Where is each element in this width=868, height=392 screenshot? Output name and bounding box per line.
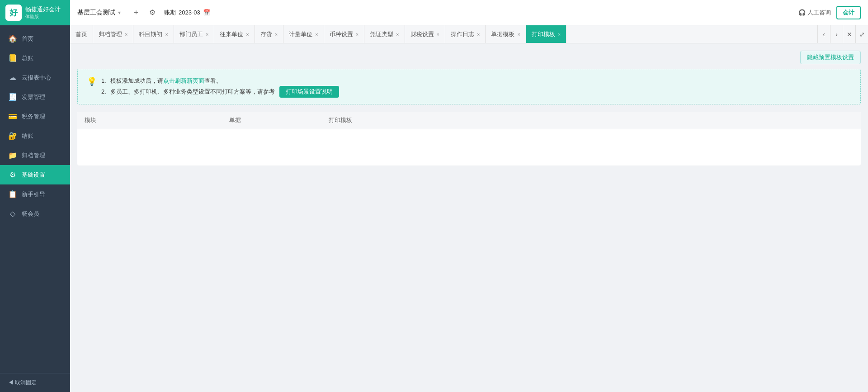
tab-subject[interactable]: 科目期初× (133, 25, 174, 43)
tab-taxsetting[interactable]: 财税设置× (405, 25, 445, 43)
tab-next-button[interactable]: › (830, 25, 843, 43)
settlement-icon: 🔐 (8, 132, 17, 140)
tab-partner[interactable]: 往来单位× (214, 25, 255, 43)
sidebar-nav: 🏠首页📒总账☁云报表中心🧾发票管理💳税务管理🔐结账📁归档管理⚙基础设置📋新手引导… (0, 25, 70, 373)
tab-prev-button[interactable]: ‹ (817, 25, 830, 43)
tab-archive[interactable]: 归档管理× (93, 25, 133, 43)
tab-close-icon[interactable]: × (206, 32, 208, 37)
tab-expand-button[interactable]: ⤢ (855, 25, 868, 43)
tab-dept[interactable]: 部门员工× (174, 25, 214, 43)
tab-close-icon[interactable]: × (517, 32, 520, 37)
tab-oplog[interactable]: 操作日志× (445, 25, 486, 43)
settings-icon[interactable]: ⚙ (146, 6, 159, 19)
tab-label: 部门员工 (179, 30, 203, 38)
tab-label: 科目期初 (139, 30, 162, 38)
tab-label: 首页 (75, 30, 87, 38)
info-line1-prefix: 1、模板添加成功后，请 (101, 77, 163, 84)
company-name: 基层工会测试 (77, 9, 115, 17)
unpin-button[interactable]: ◀ 取消固定 (0, 373, 70, 392)
logo-sub: 体验版 (25, 14, 61, 19)
tab-close-icon[interactable]: × (275, 32, 278, 37)
refresh-link[interactable]: 点击刷新新页面 (163, 77, 204, 84)
tab-vouchertype[interactable]: 凭证类型× (364, 25, 405, 43)
sidebar-item-home[interactable]: 🏠首页 (0, 29, 70, 48)
logo-name: 畅捷通好会计 (25, 6, 61, 14)
tab-singledoc[interactable]: 单据模板× (486, 25, 526, 43)
sidebar-item-archive[interactable]: 📁归档管理 (0, 146, 70, 165)
tab-label: 往来单位 (220, 30, 243, 38)
tab-stock[interactable]: 存货× (255, 25, 283, 43)
sidebar-item-ledger[interactable]: 📒总账 (0, 48, 70, 68)
tab-close-icon[interactable]: × (246, 32, 249, 37)
add-tab-button[interactable]: ＋ (130, 6, 142, 19)
service-button[interactable]: 🎧 人工咨询 (798, 9, 831, 17)
tab-label: 单据模板 (491, 30, 514, 38)
tab-unit[interactable]: 计量单位× (283, 25, 324, 43)
tab-close-icon[interactable]: × (125, 32, 127, 37)
explain-button[interactable]: 打印场景设置说明 (279, 86, 339, 98)
sidebar: 好 畅捷通好会计 体验版 🏠首页📒总账☁云报表中心🧾发票管理💳税务管理🔐结账📁归… (0, 0, 70, 392)
print-template-table: 模块 单据 打印模板 (77, 112, 861, 165)
info-line2: 2、多员工、多打印机、多种业务类型设置不同打印方案等，请参考 (101, 88, 275, 95)
info-text: 1、模板添加成功后，请点击刷新新页面查看。 2、多员工、多打印机、多种业务类型设… (101, 76, 339, 98)
sidebar-logo: 好 畅捷通好会计 体验版 (0, 0, 70, 25)
kuaiji-button[interactable]: 会计 (836, 6, 861, 19)
sidebar-item-label: 新手引导 (22, 190, 45, 198)
tab-close-icon[interactable]: × (437, 32, 439, 37)
sidebar-item-guide[interactable]: 📋新手引导 (0, 184, 70, 204)
hide-preview-button[interactable]: 隐藏预置模板设置 (800, 51, 861, 64)
sidebar-item-label: 总账 (22, 54, 33, 62)
tab-label: 打印模板 (532, 30, 555, 38)
sidebar-item-label: 税务管理 (22, 113, 45, 121)
col-module-header: 模块 (77, 116, 222, 124)
sidebar-item-label: 首页 (22, 35, 33, 43)
headset-icon: 🎧 (798, 9, 806, 16)
member-icon: ◇ (8, 209, 17, 218)
sidebar-item-label: 基础设置 (22, 171, 45, 179)
sidebar-item-tax[interactable]: 💳税务管理 (0, 107, 70, 126)
sidebar-item-label: 云报表中心 (22, 74, 51, 82)
tab-bar: 首页归档管理×科目期初×部门员工×往来单位×存货×计量单位×币种设置×凭证类型×… (70, 25, 868, 43)
info-line1-suffix: 查看。 (204, 77, 222, 84)
top-header: 基层工会测试 ▾ ＋ ⚙ 账期 2023-03 📅 🎧 人工咨询 会计 (70, 0, 868, 25)
ledger-icon: 📒 (8, 54, 17, 62)
tab-close-icon[interactable]: × (165, 32, 168, 37)
sidebar-item-settings[interactable]: ⚙基础设置 (0, 165, 70, 184)
tab-close-icon[interactable]: × (558, 32, 561, 37)
sidebar-item-invoice[interactable]: 🧾发票管理 (0, 87, 70, 107)
tab-home[interactable]: 首页 (70, 25, 93, 43)
sidebar-item-label: 归档管理 (22, 151, 45, 160)
logo-text: 畅捷通好会计 体验版 (25, 6, 61, 19)
tab-currency[interactable]: 币种设置× (324, 25, 364, 43)
sidebar-item-reports[interactable]: ☁云报表中心 (0, 68, 70, 87)
table-header: 模块 单据 打印模板 (77, 112, 861, 129)
col-template-header: 打印模板 (321, 116, 861, 124)
table-body (77, 129, 861, 165)
tab-close-icon[interactable]: × (396, 32, 399, 37)
bulb-icon: 💡 (87, 76, 97, 86)
hide-preview-area: 隐藏预置模板设置 (77, 51, 861, 64)
tax-icon: 💳 (8, 112, 17, 121)
sidebar-item-settlement[interactable]: 🔐结账 (0, 126, 70, 146)
tab-label: 操作日志 (451, 30, 474, 38)
company-selector[interactable]: 基层工会测试 ▾ (77, 9, 121, 17)
tab-label: 计量单位 (289, 30, 312, 38)
tab-printtemplate[interactable]: 打印模板× (526, 25, 566, 43)
tab-close-icon[interactable]: × (315, 32, 318, 37)
sidebar-item-member[interactable]: ◇畅会员 (0, 204, 70, 223)
period-label: 账期 2023-03 📅 (164, 9, 210, 17)
tab-close-all-button[interactable]: ✕ (843, 25, 855, 43)
tab-close-icon[interactable]: × (477, 32, 480, 37)
tab-label: 币种设置 (330, 30, 353, 38)
tab-label: 归档管理 (99, 30, 122, 38)
sidebar-item-label: 畅会员 (22, 210, 39, 218)
period-value: 2023-03 (179, 9, 200, 16)
info-box: 💡 1、模板添加成功后，请点击刷新新页面查看。 2、多员工、多打印机、多种业务类… (77, 69, 861, 104)
tab-close-icon[interactable]: × (356, 32, 359, 37)
main-area: 基层工会测试 ▾ ＋ ⚙ 账期 2023-03 📅 🎧 人工咨询 会计 首页归档… (70, 0, 868, 392)
sidebar-item-label: 结账 (22, 132, 33, 140)
company-dropdown-icon: ▾ (118, 9, 121, 16)
tab-label: 财税设置 (410, 30, 434, 38)
invoice-icon: 🧾 (8, 93, 17, 101)
calendar-icon[interactable]: 📅 (203, 9, 210, 16)
